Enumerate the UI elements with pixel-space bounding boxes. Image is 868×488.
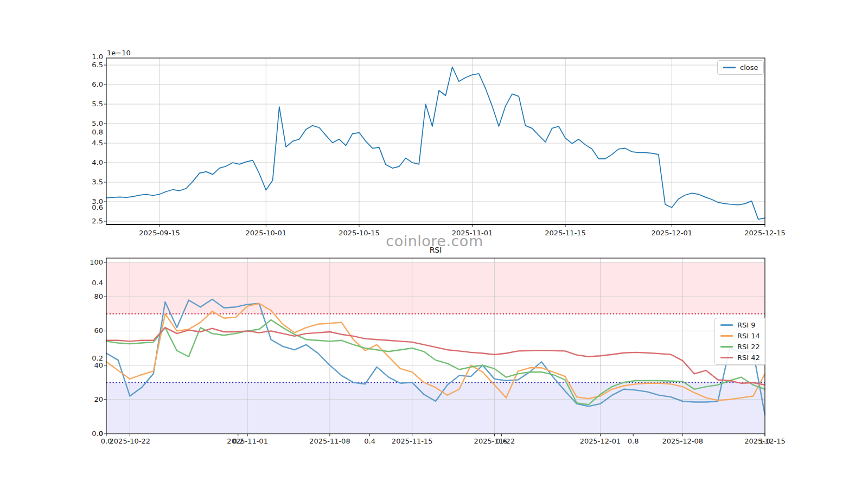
legend-label-rsi14: RSI 14 [737,332,760,340]
background-x-tick-label: 0.4 [364,436,375,446]
rsi42-line [106,328,765,385]
price-x-tick-label: 2025-10-15 [339,228,380,238]
price-y-tick-label: 2.5 [78,216,103,226]
overbought-band [106,262,765,314]
price-y-tick-label: 3.5 [78,177,103,187]
y-axis-offset-label: 1e−10 [107,49,131,57]
price-y-tick-label: 6.0 [78,80,103,89]
oversold-band [106,382,765,434]
rsi-y-tick-label: 20 [78,395,103,404]
background-x-tick-label: 0.0 [101,436,112,446]
rsi9-line-swatch [720,324,733,326]
rsi-x-tick-label: 2025-11-15 [392,436,433,446]
background-x-tick-label: 1.0 [760,436,771,446]
legend-item-rsi9: RSI 9 [720,321,760,329]
background-x-tick-label: 0.8 [628,436,639,446]
background-y-tick-label: 0.6 [78,203,103,213]
background-y-tick-label: 0.8 [78,127,103,137]
rsi-y-tick-label: 80 [78,292,103,301]
price-x-tick-label: 2025-12-15 [744,228,786,238]
rsi-x-tick-label: 2025-10-22 [110,436,151,446]
price-y-tick-label: 5.5 [78,99,103,109]
rsi22-line-swatch [720,346,733,348]
rsi-x-tick-label: 2025-11-22 [474,436,515,446]
background-y-tick-label: 1.0 [78,52,103,62]
price-y-tick-label: 4.5 [78,138,103,148]
legend-label-rsi22: RSI 22 [737,343,760,351]
background-x-tick-label: 0.2 [232,436,244,446]
legend-item-close: close [723,63,758,72]
legend-label-rsi9: RSI 9 [737,321,756,329]
rsi-chart-plot [106,258,765,434]
rsi42-line-swatch [720,357,733,358]
legend-item-rsi22: RSI 22 [720,343,760,351]
rsi-y-tick-label: 100 [78,258,103,267]
rsi-y-tick-label: 60 [78,326,103,336]
rsi-legend: RSI 9 RSI 14 RSI 22 RSI 42 [714,318,766,365]
price-x-tick-label: 2025-09-15 [139,228,180,238]
legend-item-rsi14: RSI 14 [720,332,760,340]
rsi-x-tick-label: 2025-12-08 [662,436,703,446]
chart-figure: 1e−10 coinlore.com RSI close RSI 9 RSI 1… [0,0,868,488]
price-x-tick-label: 2025-10-01 [246,228,287,238]
price-x-tick-label: 2025-12-01 [652,228,693,238]
legend-label-close: close [740,63,758,72]
price-axes-frame [106,58,765,224]
price-x-tick-label: 2025-11-15 [545,228,586,238]
close-line-swatch [723,67,736,68]
background-y-tick-label: 0.0 [78,429,103,439]
rsi-x-tick-label: 2025-12-01 [580,436,621,446]
background-y-tick-label: 0.2 [78,354,103,363]
rsi-panel-title: RSI [430,246,442,254]
price-y-tick-label: 4.0 [78,158,103,168]
background-x-tick-label: 0.6 [496,436,507,446]
legend-label-rsi42: RSI 42 [737,354,760,362]
rsi-chart-panel [106,258,765,434]
price-x-tick-label: 2025-11-01 [452,228,493,238]
background-y-tick-label: 0.4 [78,278,103,288]
rsi-x-tick-label: 2025-11-08 [309,436,350,446]
price-chart-panel [106,58,765,224]
price-chart-plot [106,58,765,224]
legend-item-rsi42: RSI 42 [720,354,760,362]
rsi14-line-swatch [720,335,733,337]
price-legend: close [717,60,764,75]
